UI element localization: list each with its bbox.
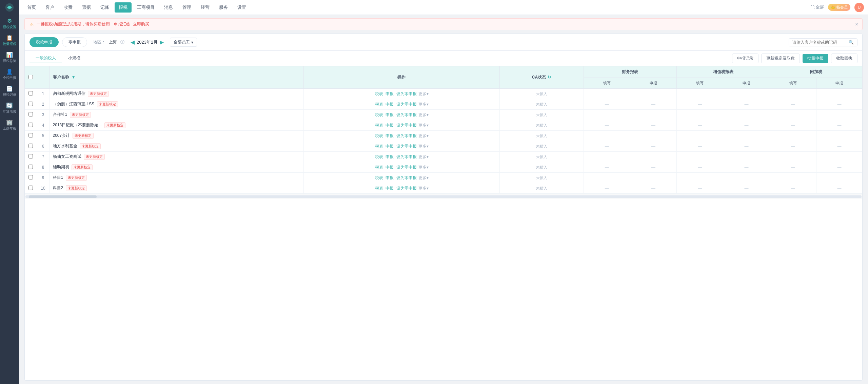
op-tax-form[interactable]: 税表 bbox=[375, 175, 383, 180]
op-zero-declare[interactable]: 设为零申报 bbox=[396, 144, 417, 149]
op-tax-form[interactable]: 税表 bbox=[375, 133, 383, 138]
horizontal-scrollbar[interactable] bbox=[25, 194, 862, 199]
client-name[interactable]: 勿勾新税网络通信 bbox=[53, 91, 85, 96]
notice-link-declare[interactable]: 申报汇签 bbox=[114, 21, 130, 27]
member-button[interactable]: 👑 畅会员 bbox=[828, 4, 850, 11]
op-declare[interactable]: 申报 bbox=[386, 102, 394, 107]
sidebar-item-tax-records[interactable]: 📄 报税记录 bbox=[0, 83, 19, 100]
sidebar-item-tax-settings[interactable]: ⚙ 报税设置 bbox=[0, 15, 19, 32]
row-checkbox[interactable] bbox=[28, 112, 33, 116]
op-zero-declare[interactable]: 设为零申报 bbox=[396, 175, 417, 180]
row-checkbox[interactable] bbox=[28, 175, 33, 179]
op-more[interactable]: 更多▾ bbox=[418, 186, 429, 191]
op-tax-form[interactable]: 税表 bbox=[375, 112, 383, 117]
op-declare[interactable]: 申报 bbox=[386, 123, 394, 128]
sub-tab-general[interactable]: 一般的税人 bbox=[29, 54, 62, 63]
op-tax-form[interactable]: 税表 bbox=[375, 102, 383, 107]
op-tax-form[interactable]: 税表 bbox=[375, 123, 383, 128]
dept-selector[interactable]: 全部员工 ▾ bbox=[170, 38, 197, 47]
row-checkbox[interactable] bbox=[28, 102, 33, 106]
op-declare[interactable]: 申报 bbox=[386, 133, 394, 138]
op-more[interactable]: 更多▾ bbox=[418, 91, 429, 96]
select-all-checkbox[interactable] bbox=[28, 75, 33, 79]
row-checkbox[interactable] bbox=[28, 154, 33, 158]
op-declare[interactable]: 申报 bbox=[386, 165, 394, 170]
nav-operation[interactable]: 经营 bbox=[197, 2, 214, 13]
notice-link-buy[interactable]: 立即购买 bbox=[133, 21, 149, 27]
op-tax-form[interactable]: 税表 bbox=[375, 165, 383, 170]
nav-commerce[interactable]: 工商项目 bbox=[133, 2, 159, 13]
nav-home[interactable]: 首页 bbox=[23, 2, 40, 13]
op-zero-declare[interactable]: 设为零申报 bbox=[396, 133, 417, 138]
nav-billing[interactable]: 收费 bbox=[60, 2, 77, 13]
nav-invoice[interactable]: 票据 bbox=[78, 2, 95, 13]
op-zero-declare[interactable]: 设为零申报 bbox=[396, 154, 417, 159]
client-name[interactable]: 辅助期初 bbox=[53, 165, 69, 169]
op-zero-declare[interactable]: 设为零申报 bbox=[396, 186, 417, 191]
op-zero-declare[interactable]: 设为零申报 bbox=[396, 91, 417, 96]
op-declare[interactable]: 申报 bbox=[386, 112, 394, 117]
op-tax-form[interactable]: 税表 bbox=[375, 154, 383, 159]
nav-management[interactable]: 管理 bbox=[178, 2, 195, 13]
info-icon[interactable]: ⓘ bbox=[120, 39, 124, 45]
user-avatar[interactable]: U bbox=[854, 3, 864, 12]
update-tax-button[interactable]: 更新税定及取数 bbox=[761, 54, 800, 63]
tab-zero-declare[interactable]: 零申报 bbox=[62, 37, 87, 47]
op-zero-declare[interactable]: 设为零申报 bbox=[396, 123, 417, 128]
client-name[interactable]: 地方水利基金 bbox=[53, 144, 77, 148]
client-name[interactable]: 科目1 bbox=[53, 175, 63, 180]
row-checkbox[interactable] bbox=[28, 91, 33, 95]
op-declare[interactable]: 申报 bbox=[386, 186, 394, 191]
sidebar-item-batch-tax[interactable]: 📋 批量报税 bbox=[0, 32, 19, 49]
op-declare[interactable]: 申报 bbox=[386, 175, 394, 180]
op-more[interactable]: 更多▾ bbox=[418, 144, 429, 149]
client-name[interactable]: 2013日记账（不要删除始... bbox=[53, 123, 102, 127]
op-tax-form[interactable]: 税表 bbox=[375, 186, 383, 191]
op-declare[interactable]: 申报 bbox=[386, 154, 394, 159]
tab-tax-declare[interactable]: 税款申报 bbox=[29, 37, 59, 47]
row-checkbox[interactable] bbox=[28, 144, 33, 148]
op-declare[interactable]: 申报 bbox=[386, 144, 394, 149]
op-more[interactable]: 更多▾ bbox=[418, 175, 429, 180]
row-checkbox[interactable] bbox=[28, 133, 33, 137]
notice-close-button[interactable]: × bbox=[855, 21, 858, 27]
fetch-receipt-button[interactable]: 收取回执 bbox=[831, 54, 857, 63]
op-declare[interactable]: 申报 bbox=[386, 91, 394, 96]
row-checkbox[interactable] bbox=[28, 165, 33, 169]
scrollbar-thumb[interactable] bbox=[29, 195, 97, 198]
sidebar-item-personal-tax[interactable]: 👤 个税申报 bbox=[0, 66, 19, 83]
op-tax-form[interactable]: 税表 bbox=[375, 144, 383, 149]
client-name[interactable]: 2007会计 bbox=[53, 133, 70, 138]
month-next-button[interactable]: ▶ bbox=[160, 40, 164, 45]
nav-service[interactable]: 服务 bbox=[215, 2, 232, 13]
op-zero-declare[interactable]: 设为零申报 bbox=[396, 102, 417, 107]
op-more[interactable]: 更多▾ bbox=[418, 133, 429, 138]
sort-icon[interactable]: ▼ bbox=[72, 75, 76, 80]
sidebar-item-tax-overview[interactable]: 📊 报税总览 bbox=[0, 49, 19, 66]
op-more[interactable]: 更多▾ bbox=[418, 123, 429, 128]
month-prev-button[interactable]: ◀ bbox=[131, 40, 135, 45]
batch-declare-button[interactable]: 批量申报 bbox=[803, 54, 828, 63]
client-name[interactable]: （勿删）江西薄宝-LSS bbox=[53, 102, 95, 106]
op-zero-declare[interactable]: 设为零申报 bbox=[396, 165, 417, 170]
op-more[interactable]: 更多▾ bbox=[418, 165, 429, 170]
op-more[interactable]: 更多▾ bbox=[418, 154, 429, 159]
op-more[interactable]: 更多▾ bbox=[418, 112, 429, 117]
row-checkbox[interactable] bbox=[28, 186, 33, 190]
row-checkbox[interactable] bbox=[28, 123, 33, 127]
nav-accounting[interactable]: 记账 bbox=[96, 2, 113, 13]
client-name[interactable]: 杨仙女工资商试 bbox=[53, 154, 81, 159]
client-name[interactable]: 合作社1 bbox=[53, 112, 67, 117]
op-more[interactable]: 更多▾ bbox=[418, 102, 429, 107]
op-tax-form[interactable]: 税表 bbox=[375, 91, 383, 96]
nav-settings[interactable]: 设置 bbox=[233, 2, 250, 13]
refresh-icon[interactable]: ↻ bbox=[548, 75, 551, 80]
search-icon[interactable]: 🔍 bbox=[849, 40, 854, 45]
declare-records-button[interactable]: 申报记录 bbox=[732, 54, 758, 63]
search-input[interactable] bbox=[792, 40, 847, 45]
fullscreen-button[interactable]: ⛶ 全屏 bbox=[810, 4, 824, 10]
nav-messages[interactable]: 消息 bbox=[160, 2, 177, 13]
nav-tax[interactable]: 报税 bbox=[115, 2, 132, 13]
sub-tab-small[interactable]: 小规模 bbox=[62, 54, 86, 63]
sidebar-item-annual-settle[interactable]: 🔄 汇算清缴 bbox=[0, 100, 19, 116]
